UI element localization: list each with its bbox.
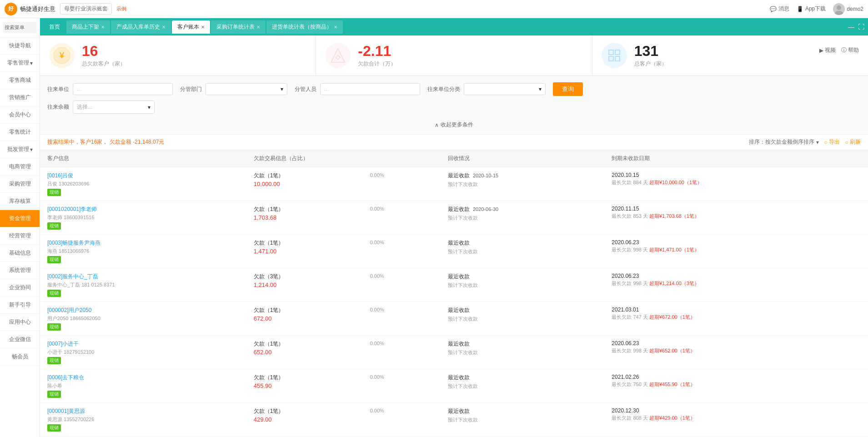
table-row: [0016]吕俊 吕俊 13026203696 现销 欠款（1笔） 10,000… [40, 167, 868, 201]
recent-pay-2: 最近收款 [448, 240, 470, 246]
overdue-link-0[interactable]: 超期¥10,000.00（1笔） [649, 180, 702, 185]
refresh-btn[interactable]: ○ 刷新 [845, 138, 861, 146]
user-menu[interactable]: demo2 [833, 3, 863, 15]
filter-input-person[interactable]: ... [320, 83, 420, 95]
overdue-info-5: 最长欠款 998 天 超期¥652.00（1笔） [612, 347, 861, 354]
cell-debt-pct-7: 0.00% [359, 403, 441, 437]
main-layout: 搜索菜单 快捷导航 零售管理 ▾ 零售商城 营销推广 会员中心 零售统计 批 [0, 18, 868, 437]
mobile-icon: 📱 [797, 6, 803, 12]
customer-name-link-3[interactable]: [0002]服务中心_丁磊 [47, 273, 98, 280]
cell-debt-pct-0: 0.00% [359, 167, 441, 201]
sidebar-item-basic-info[interactable]: 基础信息 [0, 245, 40, 262]
stat-card-debt-customers: ¥ 16 总欠款客户（家） [40, 35, 316, 75]
tab-customer-ledger[interactable]: 客户账本 ✕ [172, 20, 210, 34]
sidebar-item-inventory[interactable]: 库存核算 [0, 193, 40, 210]
customer-name-link-4[interactable]: [000002]用户2050 [47, 307, 91, 313]
tab-product-listing[interactable]: 商品上下架 ✕ [66, 20, 110, 34]
sidebar-item-wechat-work[interactable]: 企业微信 [0, 331, 40, 348]
debt-amount-0[interactable]: 10,000.00 [254, 181, 352, 187]
sidebar-item-retail-store[interactable]: 零售商城 [0, 72, 40, 89]
sidebar-item-member-center[interactable]: 会员中心 [0, 106, 40, 124]
overdue-link-3[interactable]: 超期¥1,214.00（3笔） [649, 281, 699, 286]
store-selector[interactable]: 母婴行业演示账套 [60, 3, 112, 15]
tab-close-1[interactable]: ✕ [101, 25, 105, 30]
customer-name-link-2[interactable]: [0003]畅捷服务尹海燕 [47, 240, 100, 246]
demo-link[interactable]: 示例 [116, 5, 126, 12]
tab-finished-goods[interactable]: 产成品入库单历史 ✕ [111, 20, 171, 34]
filter-select-dept[interactable]: ▾ [206, 83, 287, 95]
sidebar-item-operations[interactable]: 经营管理 [0, 227, 40, 245]
tab-bar-actions: — ⛶ [848, 23, 864, 30]
tab-minimize-btn[interactable]: — [848, 23, 854, 30]
message-btn[interactable]: 💬 消息 [770, 5, 789, 13]
overdue-link-1[interactable]: 超期¥1,703.68（1笔） [649, 213, 699, 219]
sidebar-item-wholesale-mgmt[interactable]: 批发管理 ▾ [0, 141, 40, 158]
tab-purchase-order[interactable]: 采购订单统计表 ✕ [211, 20, 266, 34]
search-button[interactable]: 查询 [553, 82, 583, 96]
video-link[interactable]: ▶ 视频 [819, 46, 836, 54]
tab-home[interactable]: 首页 [44, 20, 65, 34]
th-recovery: 回收情况 [441, 150, 605, 167]
app-download-btn[interactable]: 📱 App下载 [797, 5, 826, 13]
export-btn[interactable]: ○ 导出 [824, 138, 840, 146]
sort-selector[interactable]: 排序：按欠款金额倒序排序 ▾ [749, 138, 819, 146]
customer-name-link-1[interactable]: [0001020001]李老师 [47, 206, 97, 212]
overdue-link-4[interactable]: 超期¥672.00（1笔） [649, 314, 695, 320]
debt-amount-1[interactable]: 1,703.68 [254, 214, 352, 221]
sidebar-item-retail-stats[interactable]: 零售统计 [0, 124, 40, 141]
collapse-btn[interactable]: ∧ 收起更多条件 [47, 118, 861, 131]
debt-amount-2[interactable]: 1,471.00 [254, 248, 352, 255]
filter-select-class[interactable]: ▾ [464, 83, 546, 95]
sidebar-item-retail-mgmt[interactable]: 零售管理 ▾ [0, 55, 40, 72]
customer-name-link-0[interactable]: [0016]吕俊 [47, 172, 73, 179]
debt-amount-5[interactable]: 652.00 [254, 349, 352, 356]
help-link[interactable]: ⓘ 帮助 [841, 46, 859, 54]
overdue-link-6[interactable]: 超期¥455.90（1笔） [649, 382, 695, 387]
sidebar-item-system[interactable]: 系统管理 [0, 262, 40, 279]
overdue-link-2[interactable]: 超期¥1,471.00（1笔） [649, 247, 699, 252]
debt-amount-6[interactable]: 455.90 [254, 382, 352, 389]
cell-customer-3: [0002]服务中心_丁磊 服务中心_丁磊 181 0125 8371 现销 [40, 268, 246, 302]
cell-customer-7: [000001]黄思源 黄思源 13552700226 现销 [40, 403, 246, 437]
overdue-link-7[interactable]: 超期¥429.00（1笔） [649, 415, 695, 421]
next-collect-3: 预计下次收款 [448, 282, 597, 289]
sidebar-search-btn[interactable]: 搜索菜单 [3, 22, 37, 33]
sidebar-item-guide[interactable]: 新手引导 [0, 296, 40, 314]
overdue-link-5[interactable]: 超期¥652.00（1笔） [649, 348, 695, 353]
tab-purchase-stats[interactable]: 进货单统计表（按商品） ✕ [266, 20, 343, 34]
sidebar-item-marketing[interactable]: 营销推广 [0, 89, 40, 106]
recent-pay-3: 最近收款 [448, 273, 470, 280]
sidebar-item-ecommerce[interactable]: 电商管理 [0, 158, 40, 176]
recent-date-1: 2020-06-30 [473, 206, 498, 212]
debt-pct-3: 0.00% [370, 273, 384, 279]
sidebar-item-enterprise[interactable]: 企业协同 [0, 279, 40, 296]
debt-amount-4[interactable]: 672.00 [254, 315, 352, 322]
tab-maximize-btn[interactable]: ⛶ [858, 23, 864, 30]
tab-close-3[interactable]: ✕ [201, 25, 205, 30]
sidebar-item-quick-nav[interactable]: 快捷导航 [0, 37, 40, 55]
chevron-down-sort: ▾ [816, 139, 819, 146]
due-date-5: 2020.06.23 [612, 340, 861, 347]
export-icon: ○ [824, 139, 828, 146]
customer-name-link-5[interactable]: [0007]小进干 [47, 341, 79, 347]
filter-select-balance[interactable]: 选择... ▾ [73, 100, 155, 114]
stat-icon-debt: ¥ [49, 43, 75, 68]
cell-recovery-1: 最近收款 2020-06-30 预计下次收款 [441, 201, 605, 235]
customer-name-link-7[interactable]: [000001]黄思源 [47, 408, 85, 414]
tab-close-5[interactable]: ✕ [334, 25, 337, 30]
customer-name-link-6[interactable]: [0006]去下粮仓 [47, 374, 84, 381]
recent-pay-1: 最近收款 [448, 206, 470, 212]
sidebar-item-vip[interactable]: 畅会员 [0, 348, 40, 366]
tab-close-4[interactable]: ✕ [256, 25, 260, 30]
sidebar-item-finance[interactable]: 资金管理 [0, 210, 40, 227]
sidebar-item-purchase-mgmt[interactable]: 采购管理 [0, 176, 40, 193]
tab-close-2[interactable]: ✕ [162, 25, 166, 30]
debt-amount-3[interactable]: 1,214.00 [254, 281, 352, 288]
cell-debt-pct-2: 0.00% [359, 235, 441, 268]
cell-debt-info-2: 欠款（1笔） 1,471.00 [246, 235, 359, 268]
filter-input-unit[interactable]: ... [73, 83, 173, 95]
cell-debt-pct-1: 0.00% [359, 201, 441, 235]
sidebar-item-app-center[interactable]: 应用中心 [0, 314, 40, 331]
stat-card-total-customers: 131 总客户（家） ▶ 视频 ⓘ 帮助 [592, 35, 868, 75]
debt-amount-7[interactable]: 429.00 [254, 416, 352, 423]
